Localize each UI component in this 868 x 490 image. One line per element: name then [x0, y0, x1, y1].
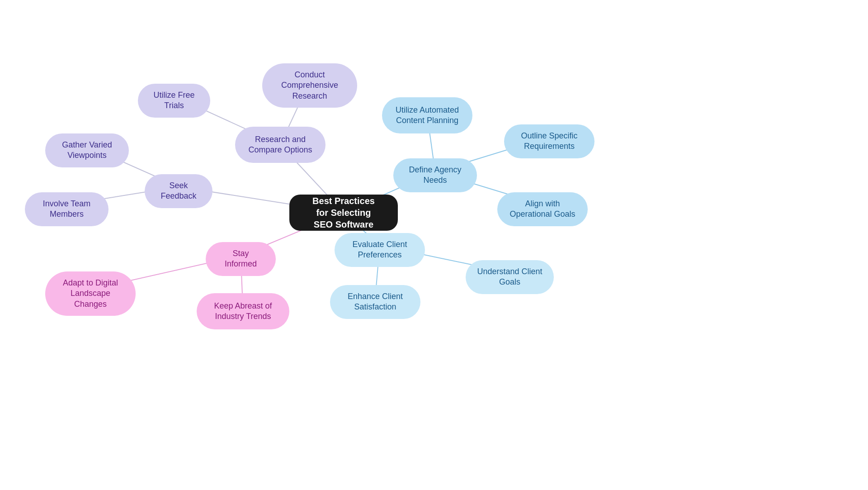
node-enhance_client[interactable]: Enhance Client Satisfaction	[330, 285, 420, 319]
node-stay_informed[interactable]: Stay Informed	[206, 242, 276, 276]
node-conduct_research[interactable]: Conduct Comprehensive Research	[262, 63, 357, 108]
node-utilize_automated[interactable]: Utilize Automated Content Planning	[382, 97, 472, 133]
node-adapt_digital[interactable]: Adapt to Digital Landscape Changes	[45, 271, 136, 316]
node-involve_team[interactable]: Involve Team Members	[25, 192, 108, 226]
node-utilize_free_trials[interactable]: Utilize Free Trials	[138, 84, 210, 118]
node-evaluate_client[interactable]: Evaluate Client Preferences	[335, 233, 425, 267]
node-define_agency[interactable]: Define Agency Needs	[393, 158, 477, 192]
node-align_operational[interactable]: Align with Operational Goals	[497, 192, 588, 226]
node-research_compare[interactable]: Research and Compare Options	[235, 127, 326, 163]
node-understand_goals[interactable]: Understand Client Goals	[466, 260, 554, 294]
node-outline_requirements[interactable]: Outline Specific Requirements	[504, 124, 594, 158]
mind-map-container: Best Practices for Selecting SEO Softwar…	[0, 0, 868, 490]
node-gather_viewpoints[interactable]: Gather Varied Viewpoints	[45, 133, 129, 167]
node-keep_abreast[interactable]: Keep Abreast of Industry Trends	[197, 293, 289, 329]
center-node[interactable]: Best Practices for Selecting SEO Softwar…	[289, 195, 398, 231]
node-seek_feedback[interactable]: Seek Feedback	[145, 174, 212, 208]
connections-svg	[0, 0, 868, 490]
